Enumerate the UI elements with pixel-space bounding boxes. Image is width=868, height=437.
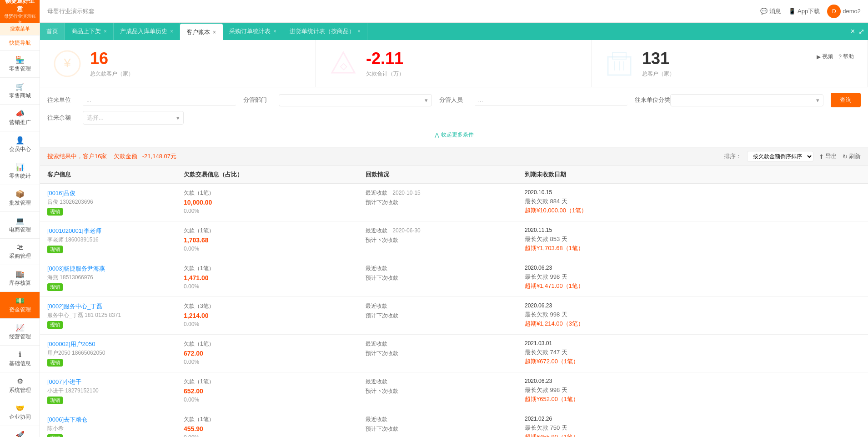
query-button[interactable]: 查询 xyxy=(831,93,861,107)
tab-home[interactable]: 首页 xyxy=(40,23,65,40)
sidebar-item-inventory[interactable]: 🏬 库存核算 xyxy=(0,265,40,292)
content-area: ¥ 16 总欠款客户（家） ◇ xyxy=(40,40,868,437)
sidebar-item-guide[interactable]: 🚀 新手引导 xyxy=(0,426,40,437)
results-amount-value: -21,148.07元 xyxy=(142,153,176,160)
balance-value: 选择... xyxy=(87,114,104,122)
sidebar-item-label: 采购管理 xyxy=(2,252,37,260)
last-collection: 最近收款 xyxy=(366,302,525,310)
sidebar-item-basic-info[interactable]: ℹ 基础信息 xyxy=(0,346,40,372)
sidebar-item-retail-mgmt[interactable]: 🏪 零售管理 xyxy=(0,51,40,78)
stat-card-total-debt: ◇ -2.11 欠款合计（万） xyxy=(316,40,592,87)
last-collection-label: 最近收款 xyxy=(366,378,387,385)
refresh-btn[interactable]: ↻ 刷新 xyxy=(843,152,861,161)
sidebar-item-label: 零售统计 xyxy=(2,172,37,180)
sidebar-quick-nav[interactable]: 快捷导航 xyxy=(0,35,40,51)
help-btn[interactable]: ? 帮助 xyxy=(838,53,854,60)
message-btn[interactable]: 💬 消息 xyxy=(760,7,781,15)
last-collection: 最近收款 xyxy=(366,378,525,386)
unit-category-input[interactable]: ▾ xyxy=(670,94,823,106)
overdue-amount[interactable]: 超期¥455.90（1笔） xyxy=(525,433,861,437)
debt-count: 欠款（1笔） xyxy=(184,189,366,197)
purchase-mgmt-icon: 🛍 xyxy=(2,243,37,251)
filter-dept: 分管部门 ▾ xyxy=(243,94,432,106)
stat-total-debt-icon: ◇ xyxy=(330,50,357,77)
sidebar-item-label: 基础信息 xyxy=(2,360,37,367)
sidebar-item-batch-mgmt[interactable]: 📦 批发管理 xyxy=(0,185,40,212)
last-collection: 最近收款 2020-10-15 xyxy=(366,189,525,197)
tab-expand-icon[interactable]: ⤢ xyxy=(858,27,864,36)
overdue-amount[interactable]: 超期¥652.00（1笔） xyxy=(525,395,861,403)
customer-name[interactable]: [0006]去下粮仓 xyxy=(47,416,184,424)
debt-count: 欠款（1笔） xyxy=(184,340,366,348)
overdue-amount[interactable]: 超期¥10,000.00（1笔） xyxy=(525,206,861,215)
tab-products-history-close[interactable]: × xyxy=(170,28,173,35)
tab-products-history[interactable]: 产成品入库单历史 × xyxy=(114,23,180,40)
tab-close-all-icon[interactable]: × xyxy=(851,27,855,35)
sidebar-item-retail-store[interactable]: 🛒 零售商城 xyxy=(0,78,40,105)
person-input[interactable]: ... xyxy=(475,94,628,106)
balance-input[interactable]: 选择... ▾ xyxy=(83,111,184,125)
customer-name[interactable]: [000002]用户2050 xyxy=(47,340,184,348)
sidebar-item-system[interactable]: ⚙ 系统管理 xyxy=(0,372,40,399)
table-row: [0003]畅捷服务尹海燕 海燕 18513066976 现销 欠款（1笔） 1… xyxy=(40,259,868,297)
customer-name[interactable]: [0002]服务中心_丁磊 xyxy=(47,302,184,311)
sidebar-item-finance[interactable]: 💵 资金管理 xyxy=(0,292,40,319)
sidebar-item-retail-stats[interactable]: 📊 零售统计 xyxy=(0,158,40,185)
tab-customer-account-label: 客户账本 xyxy=(186,28,210,36)
sidebar-item-marketing[interactable]: 📣 营销推广 xyxy=(0,105,40,131)
origin-unit-input[interactable]: ... xyxy=(83,94,236,106)
collapse-filters-btn[interactable]: ⋀ 收起更多条件 xyxy=(47,128,861,141)
debt-count: 欠款（1笔） xyxy=(184,416,366,423)
overdue-amount[interactable]: 超期¥1,471.00（1笔） xyxy=(525,282,861,290)
app-logo-text: 畅捷通好生意 xyxy=(4,0,36,13)
customer-tag: 现销 xyxy=(47,359,63,367)
overdue-amount[interactable]: 超期¥1,214.00（3笔） xyxy=(525,320,861,328)
dept-input[interactable]: ▾ xyxy=(279,94,432,106)
table-row: [0007]小进干 小进干 18279152100 现销 欠款（1笔） 652.… xyxy=(40,372,868,410)
tab-purchase-stats-label: 采购订单统计表 xyxy=(229,27,271,35)
operation-icon: 📈 xyxy=(2,323,37,332)
stat-total-debt-value: -2.11 xyxy=(366,49,404,68)
tab-products-offline[interactable]: 商品上下架 × xyxy=(65,23,114,40)
tab-purchase-product-stats[interactable]: 进货单统计表（按商品） × xyxy=(283,23,367,40)
debt-amount[interactable]: 10,000.00 xyxy=(184,199,366,206)
debt-amount[interactable]: 652.00 xyxy=(184,387,366,395)
origin-unit-label: 往来单位 xyxy=(47,96,79,104)
export-btn[interactable]: ⬆ 导出 xyxy=(819,152,837,161)
tab-purchase-stats-close[interactable]: × xyxy=(273,28,276,35)
sidebar-item-enterprise[interactable]: 🤝 企业协同 xyxy=(0,399,40,426)
sort-select[interactable]: 按欠款金额倒序排序 xyxy=(747,151,813,162)
debt-amount[interactable]: 1,214.00 xyxy=(184,312,366,319)
sidebar-item-operation[interactable]: 📈 经营管理 xyxy=(0,319,40,346)
debt-amount[interactable]: 1,471.00 xyxy=(184,274,366,281)
debt-amount[interactable]: 672.00 xyxy=(184,350,366,357)
overdue-amount[interactable]: 超期¥672.00（1笔） xyxy=(525,357,861,366)
video-btn[interactable]: ▶ 视频 xyxy=(817,53,833,60)
export-label: 导出 xyxy=(825,152,837,161)
customer-name[interactable]: [0003]畅捷服务尹海燕 xyxy=(47,265,184,273)
debt-amount[interactable]: 455.90 xyxy=(184,425,366,432)
tab-customer-account[interactable]: 客户账本 × xyxy=(180,24,223,40)
customer-info-cell: [0007]小进干 小进干 18279152100 现销 xyxy=(47,378,184,404)
tab-purchase-product-stats-close[interactable]: × xyxy=(357,28,361,35)
tab-customer-account-close[interactable]: × xyxy=(213,29,216,35)
customer-name[interactable]: [0016]吕俊 xyxy=(47,189,184,197)
sidebar-item-ecommerce[interactable]: 💻 电商管理 xyxy=(0,212,40,239)
customer-name[interactable]: [0007]小进干 xyxy=(47,378,184,386)
avatar: D xyxy=(827,5,841,18)
debt-info-cell: 欠款（3笔） 1,214.00 0.00% xyxy=(184,302,366,327)
tab-products-offline-close[interactable]: × xyxy=(104,28,107,35)
app-download-btn[interactable]: 📱 App下载 xyxy=(788,7,820,15)
customer-name[interactable]: [0001020001]李老师 xyxy=(47,227,184,235)
debt-count: 欠款（1笔） xyxy=(184,265,366,272)
svg-text:◇: ◇ xyxy=(340,61,347,71)
debt-amount[interactable]: 1,703.68 xyxy=(184,236,366,244)
collection-cell: 最近收款 预计下次收款 xyxy=(366,340,525,357)
overdue-amount[interactable]: 超期¥1,703.68（1笔） xyxy=(525,244,861,252)
user-profile-btn[interactable]: D demo2 xyxy=(827,5,861,18)
tab-purchase-stats[interactable]: 采购订单统计表 × xyxy=(223,23,283,40)
guide-icon: 🚀 xyxy=(2,431,37,437)
sidebar-item-membership[interactable]: 👤 会员中心 xyxy=(0,131,40,158)
sidebar-item-purchase-mgmt[interactable]: 🛍 采购管理 xyxy=(0,239,40,265)
origin-unit-value: ... xyxy=(86,96,91,103)
